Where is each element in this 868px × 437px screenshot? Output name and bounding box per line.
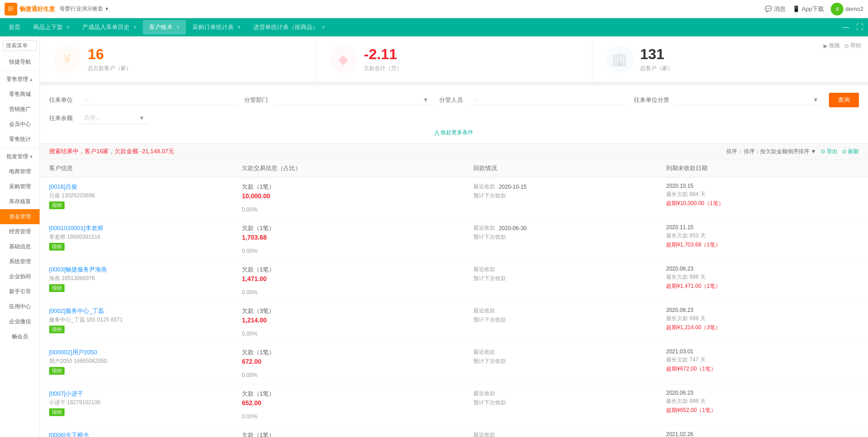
recovery-row-4: 最近收款 [473,348,666,356]
recovery-info-5: 最近收款 预计下次收款 [473,390,666,407]
customer-name-4[interactable]: [000002]用户2050 [49,348,242,357]
date-info-4: 2021.03.01 最长欠款 747 天 超期¥672.00（1笔） [666,348,859,373]
customer-phone-2: 海燕 18513066976 [49,275,242,282]
sidebar-item-enterprise-wx[interactable]: 企业微信 [0,314,40,329]
header-recovery: 回款情况 [473,164,666,172]
user-avatar-area[interactable]: d demo2 [831,3,863,15]
tab-product-off[interactable]: 商品上下架 × [27,20,76,35]
app-download-btn[interactable]: 📱 App下载 [793,5,824,13]
sidebar-item-system-mgmt[interactable]: 系统管理 [0,254,40,269]
search-input[interactable] [3,40,37,51]
tab-inbound-stats[interactable]: 进货单统计表（按商品） × [247,20,331,35]
sidebar: 快捷导航 零售管理 ▲ 零售商城 营销推广 会员中心 零售统计 批发管理 ▼ 电… [0,36,40,437]
sidebar-item-app-center[interactable]: 应用中心 [0,299,40,314]
sidebar-item-purchase-mgmt[interactable]: 采购管理 [0,179,40,194]
result-text: 搜索结果中，客户16家，欠款金额 -21,148.07元 [49,147,174,156]
person-input[interactable]: ··· [470,95,627,105]
nav-expand-btn[interactable]: ⛶ [854,22,866,32]
refresh-button[interactable]: ⊙ 刷新 [842,148,859,156]
overdue-amount-3[interactable]: 超期¥1,214.00（3笔） [666,324,859,332]
customer-name-3[interactable]: [0002]服务中心_丁磊 [49,307,242,315]
refresh-icon: ⊙ [842,148,847,155]
message-icon: 💬 [765,5,772,12]
customer-tag-4: 现销 [49,367,65,375]
sidebar-item-ecommerce[interactable]: 电商管理 [0,164,40,179]
query-button[interactable]: 查询 [829,93,859,107]
tab-customer-account[interactable]: 客户账本 × [143,20,186,35]
from-unit-input[interactable]: ··· [80,95,237,105]
summary-card-1: ¥ 16 总欠款客户（家） [40,36,316,82]
sort-selector[interactable]: 排序： 排序：按欠款金额倒序排序 ▼ [726,148,816,156]
recovery-row-3: 最近收款 [473,307,666,315]
message-btn[interactable]: 💬 消息 [765,5,786,13]
message-label: 消息 [774,5,786,13]
sidebar-item-basic-info[interactable]: 基础信息 [0,239,40,254]
tab-purchase-order[interactable]: 采购订单统计表 × [186,20,247,35]
dept-select[interactable]: ▼ [275,95,432,105]
sidebar-item-finance-mgmt[interactable]: 资金管理 [0,209,40,224]
overdue-amount-1[interactable]: 超期¥1,703.68（1笔） [666,241,859,249]
sidebar-item-inventory[interactable]: 库存核算 [0,194,40,209]
overdue-amount-4[interactable]: 超期¥672.00（1笔） [666,365,859,373]
sidebar-item-new-guide[interactable]: 新手引导 [0,284,40,299]
next-collect-3: 预计下次收款 [473,316,666,324]
debt-count-3: 欠款（3笔） [242,307,473,315]
sidebar-item-business-mgmt[interactable]: 经营管理 [0,224,40,239]
avatar: d [831,3,843,15]
customer-name-6[interactable]: [0006]去下粮仓 [49,431,242,437]
debt-amount-3: 1,214.00 [242,316,473,324]
debt-info-1: 欠款（1笔） 1,703.68 0.00% [242,224,473,254]
date-info-6: 2021.02.26 最长欠款 750 天 超期¥455.90（1笔） [666,431,859,437]
sort-label: 排序： [726,148,743,156]
customer-info-0: [0016]吕俊 吕俊 13026203696 现销 [49,183,242,209]
overdue-amount-0[interactable]: 超期¥10,000.00（1笔） [666,200,859,207]
overdue-days-3: 最长欠款 998 天 [666,315,859,322]
sidebar-item-marketing[interactable]: 营销推广 [0,102,40,117]
sidebar-item-quick-nav[interactable]: 快捷导航 [0,55,40,70]
sidebar-marketing-label: 营销推广 [9,106,31,112]
tab-home[interactable]: 首页 [2,20,27,35]
sidebar-item-retail-store[interactable]: 零售商城 [0,87,40,102]
tab-close-icon[interactable]: × [133,24,136,30]
balance-chevron-icon: ▼ [139,115,145,121]
recovery-row-1: 最近收款 2020-06-30 [473,224,666,232]
customer-tag-2: 现销 [49,284,65,292]
result-debt-text: 欠款金额 -21,148.07元 [115,148,174,155]
tab-close-icon[interactable]: × [176,24,180,30]
top-bar: 好 畅捷通好生意 母婴行业演示账套 ▼ 💬 消息 📱 App下载 d demo2 [0,0,868,18]
collapse-button[interactable]: ⋀ 收起更多条件 [435,129,473,136]
sidebar-item-vip-member[interactable]: 畅会员 [0,329,40,344]
balance-select[interactable]: 选择... ▼ [80,112,148,124]
customer-name-0[interactable]: [0016]吕俊 [49,183,242,191]
tab-product-history[interactable]: 产成品入库单历史 × [76,20,143,35]
nav-minimize-btn[interactable]: — [840,22,852,32]
store-selector[interactable]: 母婴行业演示账套 ▼ [60,5,109,13]
tab-close-icon[interactable]: × [322,24,325,30]
customer-name-1[interactable]: [0001020001]李老师 [49,224,242,232]
overdue-date-5: 2020.06.23 [666,390,859,396]
customer-info-6: [0006]去下粮仓 陈小希 现销 [49,431,242,437]
overdue-amount-2[interactable]: 超期¥1,471.00（1笔） [666,282,859,290]
recovery-info-6: 最近收款 预计下次收款 [473,431,666,437]
sidebar-item-enterprise[interactable]: 企业协同 [0,269,40,284]
collapse-area: ⋀ 收起更多条件 [49,129,859,136]
help-btn[interactable]: ⊙ 帮助 [844,42,861,50]
sort-chevron-icon: ▼ [811,148,816,155]
overdue-date-4: 2021.03.01 [666,348,859,355]
sidebar-item-batch-mgmt[interactable]: 批发管理 ▼ [0,149,40,164]
overdue-date-0: 2020.10.15 [666,183,859,189]
card-icon-1: ¥ [54,45,81,73]
export-button[interactable]: ⊙ 导出 [821,148,838,156]
customer-name-2[interactable]: [0003]畅捷服务尹海燕 [49,266,242,274]
overdue-days-1: 最长欠款 853 天 [666,232,859,240]
tab-close-icon[interactable]: × [237,24,241,30]
unit-type-select[interactable]: ▼ [673,95,822,105]
sidebar-item-member-center[interactable]: 会员中心 [0,117,40,132]
sidebar-item-retail-mgmt[interactable]: 零售管理 ▲ [0,72,40,87]
customer-name-5[interactable]: [0007]小进干 [49,390,242,398]
overdue-amount-5[interactable]: 超期¥652.00（1笔） [666,407,859,414]
from-unit-label: 往来单位 [49,96,76,104]
video-btn[interactable]: ▶ 视频 [823,42,840,50]
sidebar-item-retail-stats[interactable]: 零售统计 [0,132,40,147]
tab-close-icon[interactable]: × [66,24,70,30]
